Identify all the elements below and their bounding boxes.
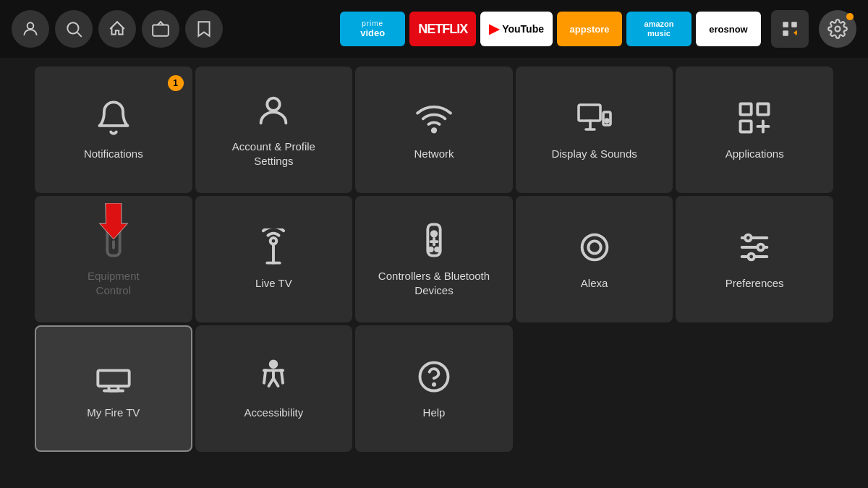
youtube-app[interactable]: ▶ YouTube [480, 12, 553, 46]
all-apps-button[interactable] [771, 10, 809, 48]
svg-point-32 [435, 248, 438, 251]
settings-item-controllers-bluetooth[interactable]: Controllers & BluetoothDevices [355, 196, 513, 322]
svg-rect-41 [98, 370, 129, 386]
svg-rect-5 [791, 22, 797, 27]
grid-empty-2 [676, 325, 833, 452]
svg-rect-12 [579, 105, 600, 121]
netflix-app[interactable]: NETFLIX [409, 12, 476, 46]
top-nav: prime video NETFLIX ▶ YouTube appstore a… [0, 0, 868, 58]
equipment-control-label: EquipmentControl [82, 269, 145, 297]
remote-icon [95, 221, 132, 259]
help-label: Help [417, 406, 451, 420]
svg-point-31 [429, 248, 432, 251]
apps-icon [736, 99, 773, 137]
account-label: Account & ProfileSettings [226, 140, 321, 168]
controllers-bluetooth-label: Controllers & BluetoothDevices [373, 269, 495, 297]
applications-label: Applications [720, 147, 790, 161]
settings-item-preferences[interactable]: Preferences [676, 196, 833, 322]
settings-item-notifications[interactable]: 1 Notifications [35, 67, 192, 193]
help-icon [415, 358, 453, 395]
user-icon [255, 92, 292, 129]
svg-rect-17 [741, 121, 752, 132]
settings-item-accessibility[interactable]: Accessibility [195, 325, 353, 452]
bookmark-button[interactable] [185, 10, 223, 48]
appstore-app[interactable]: appstore [557, 12, 622, 46]
svg-point-39 [758, 244, 765, 250]
svg-point-10 [268, 98, 280, 111]
remote2-icon [415, 221, 453, 259]
sliders-icon [736, 228, 773, 266]
live-tv-nav-button[interactable] [142, 10, 179, 48]
svg-line-2 [77, 33, 82, 37]
svg-point-40 [749, 253, 755, 260]
antenna-icon [255, 228, 292, 266]
accessibility-icon [255, 358, 292, 395]
settings-item-display-sounds[interactable]: Display & Sounds [516, 67, 673, 193]
profile-button[interactable] [12, 10, 49, 48]
svg-point-1 [67, 22, 78, 33]
svg-point-22 [111, 231, 116, 236]
svg-rect-3 [153, 25, 169, 36]
live-tv-label: Live TV [250, 276, 298, 291]
erosnow-app[interactable]: erosnow [696, 12, 761, 46]
svg-point-44 [271, 361, 277, 367]
svg-point-14 [605, 119, 608, 122]
monitor-speaker-icon [576, 99, 613, 137]
svg-point-34 [588, 241, 600, 253]
my-fire-tv-label: My Fire TV [81, 406, 145, 420]
svg-point-28 [432, 231, 437, 236]
settings-item-network[interactable]: Network [355, 67, 513, 193]
wifi-icon [415, 99, 453, 137]
svg-point-11 [433, 129, 435, 132]
preferences-label: Preferences [720, 276, 790, 291]
svg-rect-21 [107, 224, 119, 255]
prime-video-app[interactable]: prime video [340, 12, 405, 46]
settings-item-my-fire-tv[interactable]: My Fire TV [35, 325, 192, 452]
bell-icon [95, 99, 132, 137]
settings-button[interactable] [819, 10, 856, 48]
svg-point-38 [745, 234, 752, 241]
search-button[interactable] [55, 10, 93, 48]
svg-point-48 [433, 384, 435, 385]
settings-item-account[interactable]: Account & ProfileSettings [195, 67, 353, 193]
svg-point-0 [27, 22, 34, 29]
network-label: Network [408, 147, 459, 161]
settings-item-applications[interactable]: Applications [676, 67, 833, 193]
svg-point-33 [582, 234, 607, 260]
svg-point-9 [835, 27, 841, 32]
accessibility-label: Accessibility [239, 406, 310, 420]
settings-grid: 1 Notifications Account & ProfileSetting… [0, 64, 868, 455]
svg-rect-16 [758, 103, 769, 114]
notifications-label: Notifications [78, 147, 149, 161]
home-button[interactable] [98, 10, 136, 48]
settings-item-alexa[interactable]: Alexa [516, 196, 673, 322]
alexa-label: Alexa [575, 276, 614, 291]
alexa-icon [576, 228, 613, 266]
firetv-icon [95, 358, 132, 395]
settings-item-equipment-control[interactable]: EquipmentControl [35, 196, 192, 322]
svg-rect-6 [783, 30, 788, 36]
amazon-music-app[interactable]: amazonmusic [626, 12, 692, 46]
notification-badge: 1 [168, 75, 184, 91]
settings-item-help[interactable]: Help [355, 325, 513, 452]
svg-rect-8 [796, 30, 797, 35]
svg-rect-4 [783, 22, 788, 27]
nav-app-shortcuts: prime video NETFLIX ▶ YouTube appstore a… [340, 12, 761, 46]
display-sounds-label: Display & Sounds [545, 147, 642, 161]
svg-rect-15 [741, 103, 752, 114]
settings-item-live-tv[interactable]: Live TV [195, 196, 353, 322]
grid-empty-1 [516, 325, 673, 452]
